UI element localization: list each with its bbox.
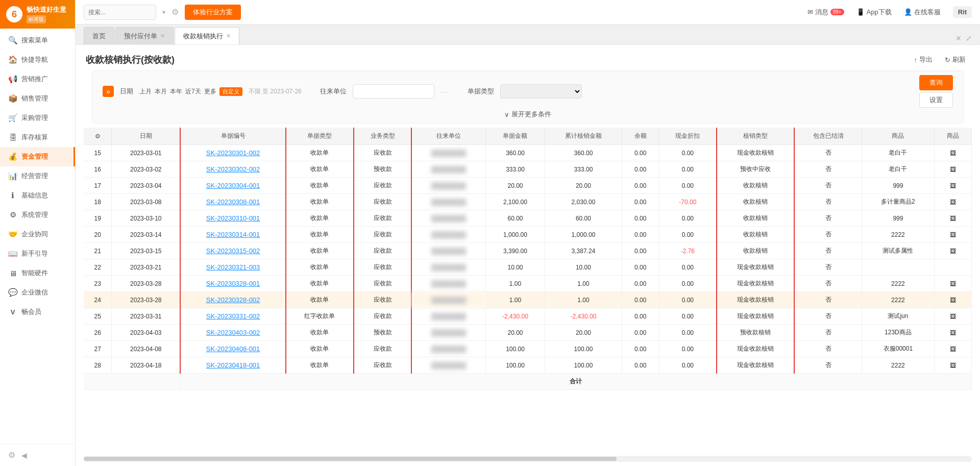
topbar-gear-icon[interactable]: ⚙ [172, 7, 179, 17]
doc-link[interactable]: SK-20230403-002 [206, 329, 260, 336]
tab-prepay-close[interactable]: ✕ [160, 33, 165, 39]
col-header-hxtype[interactable]: 核销类型 [717, 128, 794, 145]
sidebar-item-operation[interactable]: 📊 经营管理 [0, 166, 75, 186]
cell-docno[interactable]: SK-20230315-002 [180, 243, 286, 259]
col-header-gear[interactable]: ⚙ [84, 128, 112, 145]
sidebar-item-hardware[interactable]: 🖥 智能硬件 [0, 263, 75, 283]
custom-date-button[interactable]: 自定义 [219, 87, 242, 96]
sidebar-item-quicknav[interactable]: 🏠 快捷导航 [0, 50, 75, 69]
trading-unit-dots[interactable]: ··· [440, 88, 449, 95]
this-year-link[interactable]: 本年 [170, 87, 182, 96]
doc-link[interactable]: SK-20230328-002 [206, 296, 260, 304]
col-header-date[interactable]: 日期 [112, 128, 180, 145]
sidebar-item-marketing[interactable]: 📢 营销推广 [0, 69, 75, 89]
query-button[interactable]: 查询 [919, 75, 953, 90]
message-button[interactable]: ✉ 消息 99+ [807, 8, 844, 17]
cell-docno[interactable]: SK-20230321-003 [180, 259, 286, 276]
more-date-link[interactable]: 更多 [204, 87, 216, 96]
cell-includesettled: 否 [794, 341, 862, 357]
doc-link[interactable]: SK-20230302-002 [206, 165, 260, 173]
sidebar-item-enterprise[interactable]: 🤝 企业协同 [0, 225, 75, 244]
solution-button[interactable]: 体验行业方案 [185, 5, 241, 20]
doc-link[interactable]: SK-20230308-001 [206, 198, 260, 206]
cell-docno[interactable]: SK-20230304-001 [180, 178, 286, 194]
close-window-icon[interactable]: ✕ [955, 34, 962, 42]
settings-button[interactable]: 设置 [919, 92, 953, 108]
col-header-tradingunit[interactable]: 往来单位 [411, 128, 485, 145]
cell-docno[interactable]: SK-20230302-002 [180, 161, 286, 178]
refresh-icon: ↻ [945, 56, 950, 64]
cell-cashdiscount: 0.00 [659, 178, 717, 194]
doc-link[interactable]: SK-20230310-001 [206, 214, 260, 222]
last-7-days-link[interactable]: 近7天 [185, 87, 201, 96]
doc-link[interactable]: SK-20230315-002 [206, 247, 260, 255]
collapse-icon[interactable]: ◀ [21, 451, 27, 459]
doc-type-select[interactable] [500, 84, 582, 99]
export-button[interactable]: ↑ 导出 [910, 53, 937, 66]
refresh-button[interactable]: ↻ 刷新 [941, 53, 970, 66]
sidebar-item-inventory[interactable]: 🗄 库存核算 [0, 128, 75, 147]
settings-icon[interactable]: ⚙ [8, 450, 15, 460]
col-header-docamt[interactable]: 单据金额 [485, 128, 545, 145]
tab-prepay[interactable]: 预付应付单 ✕ [115, 27, 174, 44]
sidebar-item-member[interactable]: V 畅会员 [0, 302, 75, 322]
cell-biztype: 应收款 [354, 357, 411, 374]
sidebar-item-basic[interactable]: ℹ 基础信息 [0, 186, 75, 205]
doc-link[interactable]: SK-20230314-001 [206, 231, 260, 238]
last-month-link[interactable]: 上月 [139, 87, 152, 96]
col-header-docno[interactable]: 单据编号 [180, 128, 286, 145]
col-header-balance[interactable]: 余额 [622, 128, 659, 145]
trading-unit-input[interactable] [353, 84, 434, 99]
app-download-button[interactable]: 📱 App下载 [856, 8, 892, 17]
sidebar-item-system[interactable]: ⚙ 系统管理 [0, 205, 75, 225]
expand-more-button[interactable]: ∨ 展开更多条件 [504, 110, 551, 119]
filter-toggle-button[interactable]: » [103, 86, 114, 97]
doc-link[interactable]: SK-20230321-003 [206, 263, 260, 271]
cell-tradingunit: ████████ [411, 357, 485, 374]
doc-link[interactable]: SK-20230331-002 [206, 312, 260, 320]
online-service-button[interactable]: 👤 在线客服 [904, 8, 941, 17]
col-header-includesettled[interactable]: 包含已结清 [794, 128, 862, 145]
doc-link[interactable]: SK-20230328-001 [206, 280, 260, 287]
col-header-cashdiscount[interactable]: 现金折扣 [659, 128, 717, 145]
tab-collection[interactable]: 收款核销执行 ✕ [175, 27, 239, 44]
col-header-cumulativehx[interactable]: 累计核销金额 [545, 128, 622, 145]
tab-home[interactable]: 首页 [84, 27, 114, 44]
col-header-biztype[interactable]: 业务类型 [354, 128, 411, 145]
sidebar-item-guide[interactable]: 📖 新手引导 [0, 244, 75, 263]
sidebar-item-purchase[interactable]: 🛒 采购管理 [0, 108, 75, 128]
cell-docno[interactable]: SK-20230310-001 [180, 210, 286, 227]
col-header-doctype[interactable]: 单据类型 [286, 128, 354, 145]
cell-docno[interactable]: SK-20230408-001 [180, 341, 286, 357]
this-month-link[interactable]: 本月 [155, 87, 167, 96]
cell-docno[interactable]: SK-20230314-001 [180, 227, 286, 243]
maximize-window-icon[interactable]: ⤢ [966, 34, 972, 42]
doc-link[interactable]: SK-20230304-001 [206, 182, 260, 189]
cell-docno[interactable]: SK-20230301-002 [180, 145, 286, 161]
topbar-search-input[interactable] [84, 5, 156, 19]
doc-link[interactable]: SK-20230418-001 [206, 361, 260, 369]
cell-includesettled: 否 [794, 308, 862, 325]
sidebar-item-finance[interactable]: 💰 资金管理 [0, 147, 75, 166]
col-header-goods[interactable]: 商品 [862, 128, 934, 145]
sidebar-item-wechat[interactable]: 💬 企业微信 [0, 283, 75, 302]
tab-collection-close[interactable]: ✕ [226, 33, 231, 39]
horizontal-scrollbar[interactable] [84, 456, 972, 462]
doc-link[interactable]: SK-20230301-002 [206, 149, 260, 157]
cell-docno[interactable]: SK-20230331-002 [180, 308, 286, 325]
sidebar-item-search[interactable]: 🔍 搜索菜单 [0, 31, 75, 50]
cell-docno[interactable]: SK-20230418-001 [180, 357, 286, 374]
col-header-goodsmore[interactable]: 商品 [934, 128, 971, 145]
cell-docno[interactable]: SK-20230308-001 [180, 194, 286, 210]
user-avatar[interactable]: Rit [953, 6, 972, 18]
cell-balance: 0.00 [622, 210, 659, 227]
cell-docno[interactable]: SK-20230328-002 [180, 292, 286, 308]
cell-doctype: 收款单 [286, 243, 354, 259]
doc-link[interactable]: SK-20230408-001 [206, 345, 260, 353]
dropdown-arrow-icon[interactable]: ▾ [162, 9, 165, 16]
cell-cumulativehx: 360.00 [545, 145, 622, 161]
cell-docno[interactable]: SK-20230328-001 [180, 276, 286, 292]
sidebar-item-sales[interactable]: 📦 销售管理 [0, 89, 75, 108]
cell-docno[interactable]: SK-20230403-002 [180, 325, 286, 341]
cell-goodsimg: 🖼 [934, 161, 971, 178]
